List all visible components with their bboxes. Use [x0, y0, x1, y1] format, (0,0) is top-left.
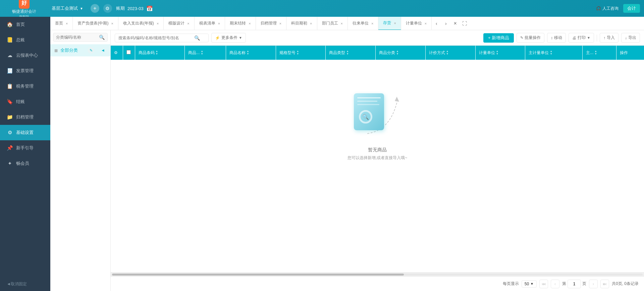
unpin-button[interactable]: ◄取消固定: [0, 277, 50, 291]
next-page-button[interactable]: ›: [589, 280, 598, 288]
tab-archive[interactable]: 归档管理 ×: [256, 17, 286, 30]
tab-close-home[interactable]: ×: [66, 21, 68, 26]
batch-operation-button[interactable]: ✎ 批量操作: [517, 33, 544, 43]
col-settings[interactable]: ⚙: [111, 46, 123, 60]
tab-income[interactable]: 收入支出表(年报) ×: [118, 17, 164, 30]
first-page-button[interactable]: ⏮: [539, 280, 548, 288]
tab-close-subject-init[interactable]: ×: [310, 21, 312, 26]
tab-close-customer[interactable]: ×: [371, 21, 373, 26]
sort-main-unit-icon[interactable]: ▲▼: [550, 50, 552, 55]
tab-customer[interactable]: 往来单位 ×: [348, 17, 378, 30]
sort-type-icon[interactable]: ▲▼: [346, 50, 349, 55]
sort-extra-icon[interactable]: ▲▼: [594, 50, 597, 55]
tab-close-archive[interactable]: ×: [279, 21, 281, 26]
cat-edit-button[interactable]: ✎: [88, 47, 94, 54]
tab-period-end[interactable]: 期末结转 ×: [225, 17, 256, 30]
sort-price-icon[interactable]: ▲▼: [446, 50, 449, 55]
period-info: 账期 2023-03 📅: [116, 5, 153, 12]
company-selector[interactable]: 基层工会测试 ▼: [48, 4, 87, 13]
tab-close-period-end[interactable]: ×: [249, 21, 251, 26]
scrollbar-thumb[interactable]: [112, 274, 404, 276]
tab-balance[interactable]: 资产负债表(中期) ×: [73, 17, 118, 30]
sidebar-item-tax[interactable]: 📋 税务管理: [0, 79, 50, 94]
select-all-checkbox[interactable]: [126, 50, 131, 54]
tab-unit[interactable]: 计量单位 ×: [401, 17, 432, 30]
page-number-input[interactable]: [568, 280, 581, 288]
more-filter-button[interactable]: ⚡ 更多条件 ▼: [211, 33, 246, 43]
col-category[interactable]: 商品分类 ▲▼: [376, 46, 426, 60]
sort-spec-icon[interactable]: ▲▼: [297, 50, 299, 55]
tab-next-button[interactable]: ›: [441, 17, 450, 30]
add-product-button[interactable]: + 新增商品: [483, 33, 514, 43]
collapse-button[interactable]: ◄: [100, 47, 106, 54]
import-button[interactable]: ↑ 导入: [600, 33, 619, 43]
print-button[interactable]: 🖨 打印 ▼: [569, 33, 594, 43]
tab-bar: 首页 × 资产负债表(中期) × 收入支出表(年报) × 模版设计 × 税表清单…: [50, 17, 644, 30]
category-search-icon[interactable]: 🔍: [99, 35, 105, 40]
col-code[interactable]: 商品... ▲▼: [185, 46, 226, 60]
sidebar-item-home[interactable]: 🏠 首页: [0, 17, 50, 32]
tab-home[interactable]: 首页 ×: [50, 17, 73, 30]
category-search-box[interactable]: 🔍: [53, 33, 108, 42]
product-search-input[interactable]: [118, 36, 192, 40]
tab-close-dept-staff[interactable]: ×: [341, 21, 343, 26]
tab-tax-list[interactable]: 税表清单 ×: [195, 17, 225, 30]
product-search-bar[interactable]: 🔍: [115, 34, 209, 42]
col-price-method[interactable]: 计价方式 ▲▼: [425, 46, 475, 60]
sort-name-icon[interactable]: ▲▼: [247, 50, 249, 55]
col-barcode[interactable]: 商品条码 ▲▼: [135, 46, 185, 60]
product-table: ⚙ 商品条码 ▲▼: [111, 46, 644, 60]
col-type[interactable]: 商品类型 ▲▼: [326, 46, 376, 60]
account-button[interactable]: 会计: [623, 4, 640, 13]
col-main-unit[interactable]: 主计量单位 ▲▼: [525, 46, 583, 60]
last-page-button[interactable]: ⏭: [600, 280, 609, 288]
horizontal-scrollbar[interactable]: [111, 272, 644, 276]
prev-page-button[interactable]: ‹: [551, 280, 559, 288]
col-spec[interactable]: 规格型号 ▲▼: [276, 46, 326, 60]
tab-close-all-button[interactable]: ×: [450, 17, 460, 30]
tab-close-income[interactable]: ×: [157, 21, 159, 26]
tab-dept-staff[interactable]: 部门员工 ×: [317, 17, 348, 30]
calendar-icon[interactable]: 📅: [146, 5, 153, 12]
sidebar-item-archive[interactable]: 📁 归档管理: [0, 109, 50, 125]
sort-barcode-icon[interactable]: ▲▼: [156, 50, 158, 55]
col-extra[interactable]: 主... ▲▼: [583, 46, 616, 60]
sort-code-icon[interactable]: ▲▼: [201, 50, 203, 55]
category-search-input[interactable]: [56, 35, 99, 40]
sidebar-item-reports[interactable]: ☁ 云报表中心: [0, 48, 50, 63]
export-button[interactable]: ↓ 导出: [621, 33, 640, 43]
tab-close-template[interactable]: ×: [187, 21, 189, 26]
sort-unit-icon[interactable]: ▲▼: [496, 50, 499, 55]
move-label: 移动: [554, 35, 562, 41]
category-all[interactable]: ▦ 全部分类 ✎ ◄: [50, 44, 110, 56]
tab-subject-init[interactable]: 科目期初 ×: [286, 17, 317, 30]
sidebar-item-guide[interactable]: 📌 新手引导: [0, 140, 50, 156]
sidebar-item-invoice[interactable]: 🧾 发票管理: [0, 63, 50, 79]
tab-template[interactable]: 模版设计 ×: [164, 17, 194, 30]
page-size-select[interactable]: 50 ▼: [522, 280, 537, 288]
guide-icon: 📌: [7, 145, 13, 151]
logo-text: 畅捷通好会计: [12, 9, 36, 14]
settings-button[interactable]: ⚙: [103, 4, 112, 13]
sidebar-item-member[interactable]: ✦ 畅会员: [0, 156, 50, 171]
col-unit[interactable]: 计量单位 ▲▼: [475, 46, 525, 60]
sidebar-item-ledger[interactable]: 📒 总账: [0, 32, 50, 48]
tab-inventory[interactable]: 存货 ×: [378, 17, 401, 30]
move-button[interactable]: ↕ 移动: [547, 33, 566, 43]
add-tab-button[interactable]: +: [91, 4, 99, 13]
col-check[interactable]: [123, 46, 135, 60]
tab-expand-button[interactable]: ⛶: [460, 17, 469, 30]
sort-category-icon[interactable]: ▲▼: [396, 50, 399, 55]
scrollbar-track[interactable]: [112, 274, 643, 276]
sidebar-item-close[interactable]: 🔖 结账: [0, 94, 50, 109]
sidebar-label-basic: 基础设置: [16, 130, 34, 136]
col-name[interactable]: 商品名称 ▲▼: [226, 46, 276, 60]
tab-close-inventory[interactable]: ×: [394, 21, 396, 25]
tab-prev-button[interactable]: ‹: [432, 17, 441, 30]
tab-close-tax-list[interactable]: ×: [218, 21, 220, 26]
tab-close-unit[interactable]: ×: [425, 21, 427, 26]
tab-close-balance[interactable]: ×: [111, 21, 113, 26]
sidebar-item-basic[interactable]: ⚙ 基础设置: [0, 125, 50, 140]
service-button[interactable]: 🎧 人工咨询: [593, 4, 621, 13]
product-search-icon[interactable]: 🔍: [194, 35, 200, 41]
